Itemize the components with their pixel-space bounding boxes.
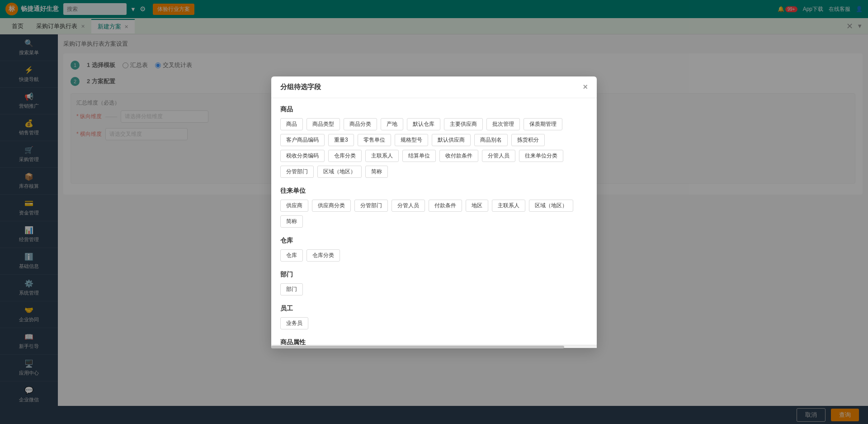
field-group-warehouse: 仓库 仓库 仓库分类 <box>280 237 588 262</box>
field-tag-spec-model[interactable]: 规格型号 <box>395 134 428 146</box>
field-group-warehouse-title: 仓库 <box>280 237 588 245</box>
field-tag-default-supplier[interactable]: 默认供应商 <box>432 134 471 146</box>
field-tag-shelf-life[interactable]: 保质期管理 <box>524 118 562 130</box>
field-group-department-title: 部门 <box>280 271 588 279</box>
field-group-employee-title: 员工 <box>280 305 588 313</box>
field-tag-partner-dept[interactable]: 分管部门 <box>354 200 388 212</box>
field-tag-partner-area[interactable]: 地区 <box>466 200 488 212</box>
field-tag-main-supplier[interactable]: 主要供应商 <box>444 118 483 130</box>
field-tags-department: 部门 <box>280 283 588 295</box>
field-tag-warehouse-type[interactable]: 仓库分类 <box>307 249 340 262</box>
field-tag-weight3[interactable]: 重量3 <box>328 134 354 146</box>
field-group-partner: 往来单位 供应商 供应商分类 分管部门 分管人员 付款条件 地区 主联系人 区域… <box>280 187 588 228</box>
field-tag-partner-category[interactable]: 往来单位分类 <box>519 150 563 162</box>
field-tags-employee: 业务员 <box>280 317 588 329</box>
field-tag-batch-mgmt[interactable]: 批次管理 <box>486 118 520 130</box>
field-tag-origin[interactable]: 产地 <box>381 118 403 130</box>
field-tag-supplier-category[interactable]: 供应商分类 <box>312 200 351 212</box>
field-tags-warehouse: 仓库 仓库分类 <box>280 249 588 262</box>
field-tag-warehouse[interactable]: 仓库 <box>280 249 303 262</box>
field-group-product-attr-title: 商品属性 <box>280 338 588 345</box>
field-tag-supervisor[interactable]: 分管人员 <box>482 150 515 162</box>
field-tag-pick-score[interactable]: 拣货积分 <box>511 134 545 146</box>
modal-body: 商品 商品 商品类型 商品分类 产地 默认仓库 主要供应商 批次管理 保质期管理… <box>271 98 597 345</box>
field-tag-abbr-product[interactable]: 简称 <box>365 166 388 178</box>
field-group-product: 商品 商品 商品类型 商品分类 产地 默认仓库 主要供应商 批次管理 保质期管理… <box>280 105 588 178</box>
field-tag-tax-code[interactable]: 税收分类编码 <box>280 150 325 162</box>
field-tag-product-category[interactable]: 商品分类 <box>344 118 377 130</box>
field-tag-product-type[interactable]: 商品类型 <box>307 118 340 130</box>
field-tag-product[interactable]: 商品 <box>280 118 303 130</box>
field-tag-product-alias[interactable]: 商品别名 <box>474 134 508 146</box>
field-group-employee: 员工 业务员 <box>280 305 588 329</box>
field-tag-warehouse-category[interactable]: 仓库分类 <box>328 150 362 162</box>
field-tag-main-contact[interactable]: 主联系人 <box>365 150 399 162</box>
modal-overlay: 分组待选字段 × 商品 商品 商品类型 商品分类 产地 默认仓库 主要供应商 批… <box>0 0 868 424</box>
field-group-partner-title: 往来单位 <box>280 187 588 195</box>
field-tag-retail-unit[interactable]: 零售单位 <box>358 134 391 146</box>
modal-close-button[interactable]: × <box>583 83 588 91</box>
field-tag-supervisor-dept[interactable]: 分管部门 <box>280 166 314 178</box>
field-tag-partner-region[interactable]: 区域（地区） <box>529 200 573 212</box>
field-tag-department[interactable]: 部门 <box>280 283 303 295</box>
field-tag-supplier[interactable]: 供应商 <box>280 200 308 212</box>
field-group-product-attr: 商品属性 属性 颜色 多规格 尺码 鞋码 1 <box>280 338 588 345</box>
field-tag-partner-person[interactable]: 分管人员 <box>392 200 425 212</box>
field-tag-region-product[interactable]: 区域（地区） <box>317 166 362 178</box>
modal-scrollbar-thumb <box>271 346 564 348</box>
field-tag-partner-abbr[interactable]: 简称 <box>280 215 303 228</box>
field-tag-payment-terms[interactable]: 收付款条件 <box>439 150 478 162</box>
field-tags-partner: 供应商 供应商分类 分管部门 分管人员 付款条件 地区 主联系人 区域（地区） … <box>280 200 588 228</box>
field-select-modal: 分组待选字段 × 商品 商品 商品类型 商品分类 产地 默认仓库 主要供应商 批… <box>271 76 597 348</box>
field-tag-default-warehouse[interactable]: 默认仓库 <box>407 118 440 130</box>
field-tag-customer-code[interactable]: 客户商品编码 <box>280 134 325 146</box>
field-tag-salesperson[interactable]: 业务员 <box>280 317 308 329</box>
field-tags-product: 商品 商品类型 商品分类 产地 默认仓库 主要供应商 批次管理 保质期管理 客户… <box>280 118 588 178</box>
field-group-department: 部门 部门 <box>280 271 588 295</box>
field-tag-partner-payment[interactable]: 付款条件 <box>429 200 462 212</box>
field-tag-partner-contact[interactable]: 主联系人 <box>492 200 525 212</box>
field-tag-settlement-unit[interactable]: 结算单位 <box>402 150 436 162</box>
modal-header: 分组待选字段 × <box>271 76 597 98</box>
modal-scrollbar-horizontal[interactable] <box>271 345 597 348</box>
field-group-product-title: 商品 <box>280 105 588 114</box>
modal-title: 分组待选字段 <box>280 83 321 91</box>
